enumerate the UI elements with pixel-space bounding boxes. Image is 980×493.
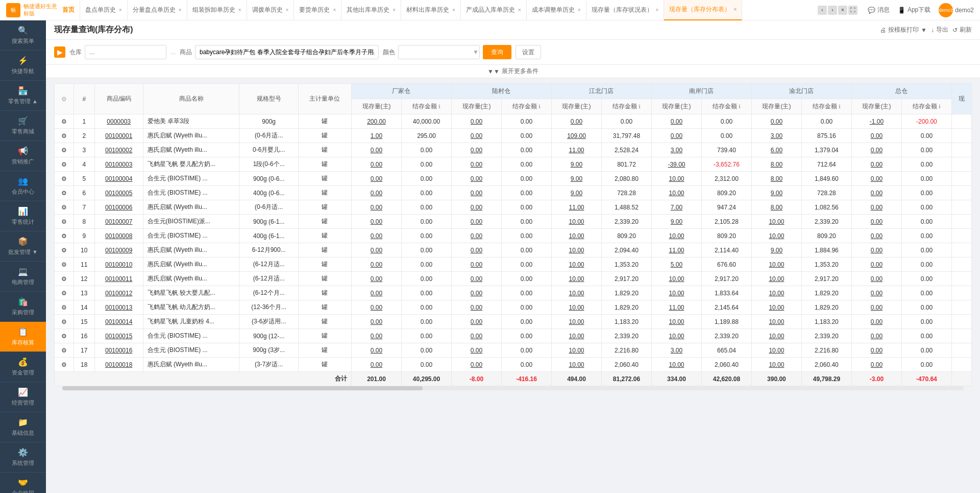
- row-jb-stock[interactable]: 10.00: [551, 343, 601, 358]
- row-cj-stock[interactable]: 0.00: [351, 215, 401, 229]
- warehouse-input[interactable]: [85, 45, 166, 59]
- row-lc-stock[interactable]: 0.00: [451, 329, 501, 343]
- row-yb-stock[interactable]: 3.00: [751, 129, 801, 143]
- row-lc-stock[interactable]: 0.00: [451, 143, 501, 157]
- refresh-btn[interactable]: ↺ 刷新: [952, 26, 972, 34]
- row-yb-stock[interactable]: 10.00: [751, 257, 801, 272]
- row-cj-stock[interactable]: 0.00: [351, 286, 401, 300]
- color-dropdown-icon[interactable]: ▼: [473, 49, 479, 56]
- row-cj-stock[interactable]: 0.00: [351, 243, 401, 257]
- row-gear[interactable]: ⚙: [55, 172, 74, 186]
- row-cj-stock[interactable]: 0.00: [351, 186, 401, 200]
- sidebar-item-retail[interactable]: 🏪 零售管理 ▲: [0, 81, 46, 111]
- row-code[interactable]: 00100004: [94, 172, 143, 186]
- sidebar-item-finance[interactable]: 💰 资金管理: [0, 352, 46, 382]
- close-tab-7[interactable]: ×: [452, 7, 455, 13]
- row-na-stock[interactable]: 10.00: [651, 286, 701, 300]
- sidebar-item-search[interactable]: 🔍 搜索英单: [0, 20, 46, 51]
- row-code[interactable]: 00100009: [94, 243, 143, 257]
- row-cj-stock[interactable]: 0.00: [351, 157, 401, 172]
- row-yb-stock[interactable]: 8.00: [751, 200, 801, 215]
- table-container[interactable]: ⚙ # 商品编码 商品名称 规格型号 主计量单位 厂家仓 陆村仓 江北门店 南岸…: [46, 78, 980, 493]
- row-na-stock[interactable]: 11.00: [651, 300, 701, 315]
- row-code[interactable]: 00100018: [94, 358, 143, 372]
- row-code[interactable]: 00100015: [94, 329, 143, 343]
- row-yb-stock[interactable]: 10.00: [751, 329, 801, 343]
- row-tot-stock[interactable]: 0.00: [851, 343, 901, 358]
- row-lc-stock[interactable]: 0.00: [451, 157, 501, 172]
- export-btn[interactable]: ↓ 导出: [931, 26, 948, 34]
- row-cj-stock[interactable]: 200.00: [351, 114, 401, 129]
- row-lc-stock[interactable]: 0.00: [451, 358, 501, 372]
- row-code[interactable]: 00100012: [94, 286, 143, 300]
- row-lc-stock[interactable]: 0.00: [451, 315, 501, 329]
- tab-11[interactable]: 现存量（库存分布表） ×: [664, 0, 742, 20]
- row-cj-stock[interactable]: 0.00: [351, 143, 401, 157]
- row-cj-stock[interactable]: 0.00: [351, 257, 401, 272]
- sidebar-item-member[interactable]: 👥 会员中心: [0, 171, 46, 201]
- row-tot-stock[interactable]: 0.00: [851, 229, 901, 243]
- close-tab-1[interactable]: ×: [119, 7, 122, 13]
- settings-btn[interactable]: 设置: [516, 45, 541, 59]
- sidebar-item-nav[interactable]: ⚡ 快捷导航: [0, 51, 46, 81]
- row-gear[interactable]: ⚙: [55, 300, 74, 315]
- col-gear[interactable]: ⚙: [55, 84, 74, 114]
- row-cj-stock[interactable]: 0.00: [351, 315, 401, 329]
- row-cj-stock[interactable]: 0.00: [351, 200, 401, 215]
- row-na-stock[interactable]: 3.00: [651, 143, 701, 157]
- row-yb-stock[interactable]: 10.00: [751, 272, 801, 286]
- close-tab-2[interactable]: ×: [179, 7, 182, 13]
- tab-expand-btn[interactable]: ⛶: [848, 6, 857, 15]
- tab-10[interactable]: 现存量（库存状况表） ×: [586, 0, 665, 20]
- sidebar-item-ops[interactable]: 📈 经营管理: [0, 382, 46, 412]
- row-jb-stock[interactable]: 10.00: [551, 358, 601, 372]
- row-cj-stock[interactable]: 0.00: [351, 272, 401, 286]
- row-cj-stock[interactable]: 0.00: [351, 229, 401, 243]
- row-na-stock[interactable]: 11.00: [651, 243, 701, 257]
- message-btn[interactable]: 💬 消息: [868, 6, 890, 14]
- row-yb-stock[interactable]: 10.00: [751, 229, 801, 243]
- row-lc-stock[interactable]: 0.00: [451, 200, 501, 215]
- row-jb-stock[interactable]: 9.00: [551, 186, 601, 200]
- row-gear[interactable]: ⚙: [55, 114, 74, 129]
- product-input[interactable]: [195, 45, 379, 59]
- row-code[interactable]: 00100007: [94, 215, 143, 229]
- row-lc-stock[interactable]: 0.00: [451, 272, 501, 286]
- scrollbar-thumb[interactable]: [62, 386, 423, 390]
- row-tot-stock[interactable]: 0.00: [851, 243, 901, 257]
- tab-6[interactable]: 其他出库单历史 ×: [341, 0, 401, 20]
- row-na-stock[interactable]: 7.00: [651, 200, 701, 215]
- row-jb-stock[interactable]: 10.00: [551, 329, 601, 343]
- row-lc-stock[interactable]: 0.00: [451, 286, 501, 300]
- row-code[interactable]: 00100001: [94, 129, 143, 143]
- tab-home[interactable]: 首页: [57, 0, 80, 20]
- row-tot-stock[interactable]: 0.00: [851, 143, 901, 157]
- tab-1[interactable]: 盘点单历史 ×: [80, 0, 128, 20]
- row-tot-stock[interactable]: 0.00: [851, 200, 901, 215]
- row-gear[interactable]: ⚙: [55, 257, 74, 272]
- row-cj-stock[interactable]: 0.00: [351, 358, 401, 372]
- row-tot-stock[interactable]: 0.00: [851, 215, 901, 229]
- row-lc-stock[interactable]: 0.00: [451, 172, 501, 186]
- sidebar-item-basic[interactable]: 📁 基础信息: [0, 412, 46, 442]
- row-tot-stock[interactable]: 0.00: [851, 286, 901, 300]
- row-lc-stock[interactable]: 0.00: [451, 300, 501, 315]
- row-tot-stock[interactable]: 0.00: [851, 272, 901, 286]
- row-code[interactable]: 00100008: [94, 229, 143, 243]
- row-gear[interactable]: ⚙: [55, 358, 74, 372]
- row-jb-stock[interactable]: 10.00: [551, 229, 601, 243]
- sidebar-item-stats[interactable]: 📊 零售统计: [0, 201, 46, 231]
- row-lc-stock[interactable]: 0.00: [451, 114, 501, 129]
- row-lc-stock[interactable]: 0.00: [451, 343, 501, 358]
- row-code[interactable]: 00100002: [94, 143, 143, 157]
- row-na-stock[interactable]: 5.00: [651, 257, 701, 272]
- row-na-stock[interactable]: 10.00: [651, 315, 701, 329]
- color-input[interactable]: [398, 45, 480, 59]
- row-tot-stock[interactable]: 0.00: [851, 329, 901, 343]
- row-gear[interactable]: ⚙: [55, 229, 74, 243]
- row-yb-stock[interactable]: 10.00: [751, 300, 801, 315]
- close-tab-3[interactable]: ×: [238, 7, 241, 13]
- close-tab-10[interactable]: ×: [656, 7, 659, 13]
- row-yb-stock[interactable]: 8.00: [751, 157, 801, 172]
- sidebar-item-coop[interactable]: 🤝 企业协同: [0, 473, 46, 493]
